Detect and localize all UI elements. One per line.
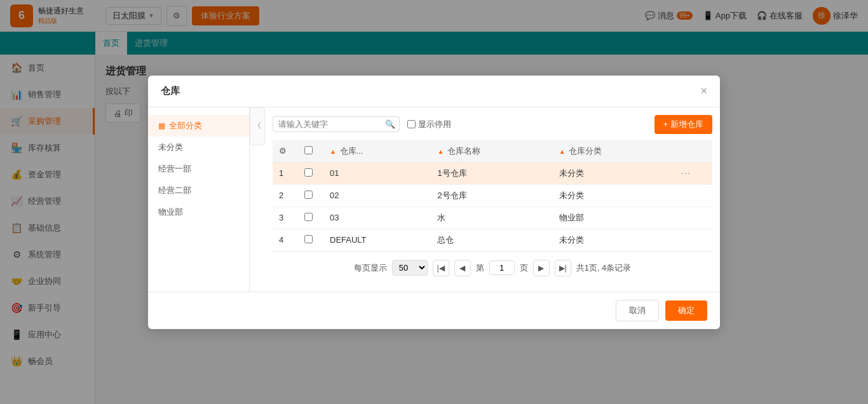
table-body: 1 01 1号仓库 未分类 ··· 2 02 2 [273,162,712,251]
cat-item-dept1[interactable]: 经营一部 [148,158,249,180]
table-area: 🔍 显示停用 + 新增仓库 [265,107,720,292]
category-sidebar: ▦ 全部分类 未分类 经营一部 经营二部 物业部 [148,107,250,292]
table-row[interactable]: 4 DEFAULT 总仓 未分类 [273,229,712,251]
sort-icon3: ▲ [559,148,566,155]
row-select-4[interactable] [304,235,313,243]
select-all-checkbox[interactable] [304,146,313,154]
total-label: 共1页, 4条记录 [576,262,632,274]
row-select-3[interactable] [304,213,313,221]
search-box: 🔍 [273,116,400,132]
row-select-2[interactable] [304,191,313,199]
page-input[interactable] [489,260,515,275]
table-toolbar: 🔍 显示停用 + 新增仓库 [273,115,712,134]
row-name: 2号仓库 [431,184,552,206]
sort-icon: ▲ [330,148,336,155]
cat-item-all[interactable]: ▦ 全部分类 [148,115,249,137]
row-checkbox [298,184,323,206]
row-select-1[interactable] [304,168,313,177]
more-actions-icon[interactable]: ··· [681,168,691,178]
warehouse-modal: 仓库 × ▦ 全部分类 未分类 经营一部 经营二部 [148,76,720,329]
pagination: 每页显示 50 10 20 100 |◀ ◀ 第 页 ▶ ▶| 共1页, 4条记… [273,252,712,284]
row-num: 2 [273,184,298,206]
table-row[interactable]: 3 03 水 物业部 [273,206,712,229]
row-num: 4 [273,229,298,251]
page-label: 第 [476,262,484,274]
row-name: 总仓 [431,229,552,251]
row-num: 1 [273,162,298,184]
modal-header: 仓库 × [148,76,720,107]
th-actions [674,140,712,163]
th-checkbox [298,140,323,163]
cat-item-property[interactable]: 物业部 [148,201,249,223]
row-checkbox [298,206,323,229]
cancel-button[interactable]: 取消 [616,300,659,321]
row-code: DEFAULT [323,229,431,251]
th-code: ▲ 仓库... [323,140,431,163]
warehouse-table: ⚙ ▲ 仓库... ▲ [273,140,712,252]
confirm-button[interactable]: 确定 [665,300,707,321]
close-button[interactable]: × [700,84,707,98]
table-container: ⚙ ▲ 仓库... ▲ [273,140,712,252]
table-row[interactable]: 2 02 2号仓库 未分类 [273,184,712,206]
last-page-button[interactable]: ▶| [555,260,571,276]
row-checkbox [298,162,323,184]
row-category: 物业部 [553,206,674,229]
cat-item-uncategorized[interactable]: 未分类 [148,137,249,158]
page-unit-label: 页 [520,262,528,274]
row-actions [674,206,712,229]
modal-footer: 取消 确定 [148,292,720,329]
page-size-select[interactable]: 50 10 20 100 [392,260,428,276]
show-disabled-label[interactable]: 显示停用 [407,119,451,130]
row-category: 未分类 [553,184,674,206]
row-code: 01 [323,162,431,184]
row-category: 未分类 [553,162,674,184]
table-header: ⚙ ▲ 仓库... ▲ [273,140,712,163]
modal-body: ▦ 全部分类 未分类 经营一部 经营二部 物业部 《 [148,107,720,292]
grid-icon: ▦ [158,121,165,130]
row-actions [674,184,712,206]
collapse-button[interactable]: 《 [250,107,265,145]
row-code: 03 [323,206,431,229]
next-page-button[interactable]: ▶ [533,260,550,276]
first-page-button[interactable]: |◀ [433,260,449,276]
th-gear: ⚙ [273,140,298,163]
modal-title: 仓库 [161,85,180,97]
row-actions [674,229,712,251]
add-warehouse-button[interactable]: + 新增仓库 [654,115,712,134]
table-row[interactable]: 1 01 1号仓库 未分类 ··· [273,162,712,184]
prev-page-button[interactable]: ◀ [454,260,471,276]
th-name: ▲ 仓库名称 [431,140,552,163]
show-disabled-checkbox[interactable] [407,120,416,128]
row-name: 水 [431,206,552,229]
search-input[interactable] [278,119,385,129]
th-category: ▲ 仓库分类 [553,140,674,163]
settings-icon[interactable]: ⚙ [279,146,287,156]
sort-icon2: ▲ [437,148,444,155]
row-actions: ··· [674,162,712,184]
row-checkbox [298,229,323,251]
row-code: 02 [323,184,431,206]
row-category: 未分类 [553,229,674,251]
row-num: 3 [273,206,298,229]
search-icon[interactable]: 🔍 [385,119,395,129]
cat-item-dept2[interactable]: 经营二部 [148,180,249,201]
modal-overlay: 仓库 × ▦ 全部分类 未分类 经营一部 经营二部 [0,0,868,404]
row-name: 1号仓库 [431,162,552,184]
